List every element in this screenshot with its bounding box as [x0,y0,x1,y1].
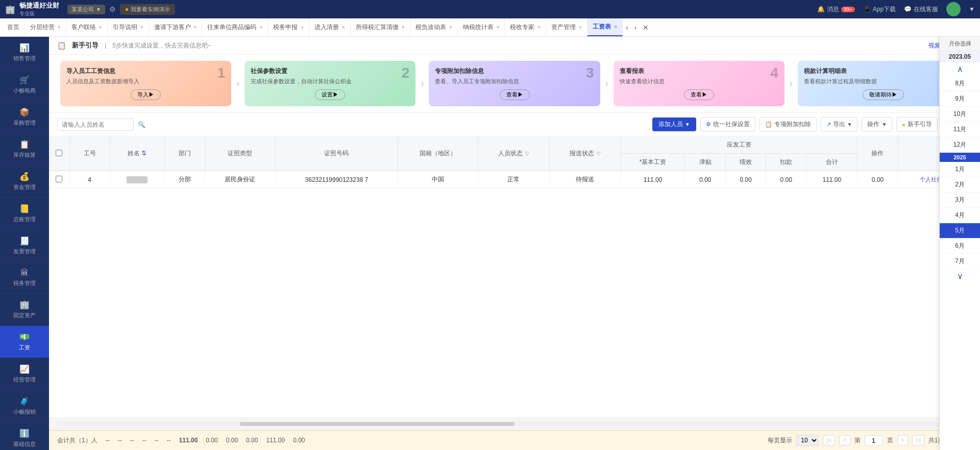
tab-12[interactable]: 资产管理× [546,18,587,36]
sidebar-item-salary[interactable]: 💵 工资 [0,326,49,358]
prev-page-btn[interactable]: < [839,435,850,445]
sidebar-item-ledger[interactable]: 📒 总账管理 [0,198,49,230]
sidebar-item-sales[interactable]: 📊 销售管理 [0,37,49,69]
tab-salary[interactable]: 工资表× [587,18,623,36]
app-download-btn[interactable]: 📱 App下载 [863,5,896,14]
tab-3[interactable]: 引导说明× [108,18,149,36]
edition-text: 专业版 [19,10,59,17]
month-nav-up[interactable]: ∧ [940,62,980,76]
scroll-thumb[interactable] [240,422,514,426]
tab-5[interactable]: 往来单位商品编码× [202,18,268,36]
tab-7[interactable]: 进入清册× [309,18,351,36]
online-service-btn[interactable]: 💬 在线客服 [904,5,938,14]
row-checkbox[interactable] [56,176,62,182]
sidebar-item-ecommerce[interactable]: 🛒 小畅电商 [0,69,49,101]
sidebar-item-expense[interactable]: 🧳 小畅报销 [0,390,49,422]
sidebar-item-operations[interactable]: 📈 经营管理 [0,358,49,390]
month-6[interactable]: 6月 [940,239,980,254]
month-8[interactable]: 8月 [940,76,980,91]
step-btn-4[interactable]: 查看▶ [684,89,714,100]
tab-close-1[interactable]: × [58,25,61,30]
month-1[interactable]: 1月 [940,162,980,177]
tab-close-7[interactable]: × [342,25,345,30]
unified-settings-label: 统一社保设置 [713,120,750,129]
search-btn[interactable]: 🔍 [138,121,145,128]
tab-8[interactable]: 所得税汇算清缴× [351,18,410,36]
th-name[interactable]: 姓名 ⇅ [110,136,164,171]
sidebar-item-finance[interactable]: 💰 资金管理 [0,165,49,198]
tab-close-5[interactable]: × [259,25,262,30]
td-checkbox [49,171,69,188]
footer-performance-total: 0.00 [226,437,238,444]
tab-close-11[interactable]: × [537,25,541,30]
export-btn[interactable]: ↗ 导出 ▼ [821,117,858,132]
next-page-btn[interactable]: > [897,435,908,445]
tab-close-2[interactable]: × [99,25,102,30]
step-btn-5[interactable]: 敬请期待▶ [863,89,904,100]
month-10[interactable]: 10月 [940,107,980,122]
tab-close-3[interactable]: × [140,25,143,30]
tab-close-10[interactable]: × [497,25,500,30]
select-all-checkbox[interactable] [56,150,62,156]
sidebar-item-tax[interactable]: 🏛 税务管理 [0,262,49,294]
month-11[interactable]: 11月 [940,122,980,137]
sidebar-item-inventory[interactable]: 📋 库存核算 [0,133,49,165]
month-4[interactable]: 4月 [940,208,980,223]
company-selector[interactable]: 某某公司 ▼ [67,5,105,14]
first-page-btn[interactable]: |< [823,435,835,445]
month-nav-down[interactable]: ∨ [940,269,980,283]
month-3[interactable]: 3月 [940,193,980,208]
per-page-select[interactable]: 10 20 50 [796,435,819,446]
operations-btn[interactable]: 操作 ▼ [862,117,892,132]
sidebar-item-assets[interactable]: 🏢 固定资产 [0,294,49,326]
add-person-btn[interactable]: 添加人员 ▼ [652,117,696,131]
month-5[interactable]: 5月 [940,223,980,239]
month-7[interactable]: 7月 [940,254,980,269]
unified-settings-btn[interactable]: ⚙ 统一社保设置 [700,117,755,132]
scroll-track[interactable] [57,422,972,426]
page-number-input[interactable] [865,435,883,446]
step-arrow-1: › [234,61,241,106]
settings-icon[interactable]: ⚙ [109,5,116,13]
tab-11[interactable]: 税收专家× [505,18,546,36]
tab-next-btn[interactable]: › [631,23,640,32]
sidebar-item-invoice[interactable]: 🧾 发票管理 [0,230,49,262]
tab-1[interactable]: 分层经营× [25,18,66,36]
message-bell-icon: 🔔 [817,6,825,13]
special-deduction-btn[interactable]: 📋 专项附加扣除 [760,117,817,132]
tab-2[interactable]: 客户联络× [66,18,108,36]
tab-home[interactable]: 首页 [2,18,25,36]
salary-table: 工号 姓名 ⇅ 部门 证照类型 证照号码 国籍（地区） 人员状 [49,136,980,188]
demo-btn[interactable]: ● 我要看实例演示 [120,4,175,15]
tab-close-6[interactable]: × [301,25,304,30]
last-page-btn[interactable]: >| [912,435,924,445]
avatar[interactable] [946,2,961,16]
tab-close-9[interactable]: × [449,25,452,30]
sidebar: 📊 销售管理 🛒 小畅电商 📦 采购管理 📋 库存核算 💰 资金管理 📒 [0,37,49,450]
sidebar-item-basic[interactable]: ℹ️ 基础信息 [0,422,49,450]
th-submit[interactable]: 报送状态 ▽ [549,136,621,171]
month-9[interactable]: 9月 [940,91,980,107]
tab-10[interactable]: 纳税统计表× [458,18,505,36]
tab-close-8[interactable]: × [402,25,405,30]
search-input[interactable] [57,119,134,131]
month-12[interactable]: 12月 [940,137,980,153]
tab-close-4[interactable]: × [194,25,197,30]
sidebar-item-purchase[interactable]: 📦 采购管理 [0,101,49,133]
tab-close-12[interactable]: × [579,25,582,30]
step-btn-1[interactable]: 导入▶ [131,89,161,100]
tab-6[interactable]: 税务申报× [268,18,309,36]
tab-close-salary[interactable]: × [614,24,617,30]
message-btn[interactable]: 🔔 消息 99+ [817,5,855,14]
month-2[interactable]: 2月 [940,177,980,193]
step-btn-3[interactable]: 查看▶ [500,89,530,100]
footer-allowance-total: 0.00 [206,437,217,444]
tab-close-all-btn[interactable]: ✕ [640,23,652,32]
tab-9[interactable]: 税负波动表× [410,18,458,36]
user-menu-icon[interactable]: ▼ [969,6,975,13]
th-status[interactable]: 人员状态 ▽ [478,136,550,171]
new-guide-btn[interactable]: ● 新手引导 [896,117,938,132]
step-btn-2[interactable]: 设置▶ [315,89,345,100]
tab-4[interactable]: 邀请下游客户× [149,18,203,36]
tab-prev-btn[interactable]: ‹ [623,23,631,32]
